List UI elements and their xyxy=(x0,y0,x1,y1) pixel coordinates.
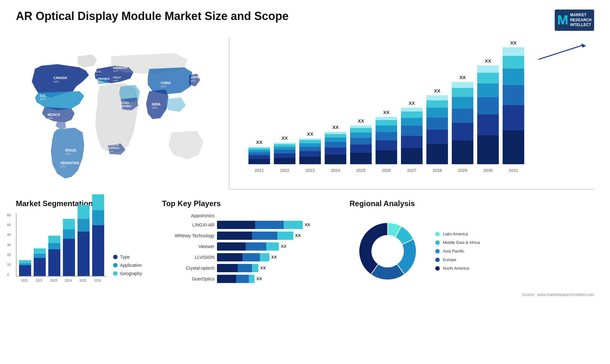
bar-group: XX xyxy=(248,139,270,164)
bar-segment xyxy=(477,73,499,84)
seg-bar-group xyxy=(63,219,75,276)
svg-text:xx%: xx% xyxy=(152,106,157,109)
svg-text:xx%: xx% xyxy=(60,165,66,168)
bar-stack xyxy=(274,143,295,164)
logo-m-icon: M xyxy=(557,13,568,27)
bar-segment xyxy=(248,159,270,164)
seg-bar-seg xyxy=(34,248,46,254)
seg-bar-seg xyxy=(19,263,31,266)
seg-y-axis: 6050403020100 xyxy=(7,213,11,277)
bar-segment xyxy=(503,56,524,69)
player-bar-segment xyxy=(252,264,258,272)
players-area: Top Key Players AppotronicsLINGXI-ARXXWh… xyxy=(162,199,340,297)
regional-legend-item: Europe xyxy=(435,257,480,262)
svg-text:xx%: xx% xyxy=(161,85,166,88)
map-label-germany: GERMANY xyxy=(113,66,128,70)
bar-segment xyxy=(350,153,372,164)
bar-segment xyxy=(401,126,423,136)
map-label-japan: JAPAN xyxy=(191,76,201,79)
regional-legend-item: Latin America xyxy=(435,232,480,236)
bar-group: XX xyxy=(325,125,346,164)
legend-dot xyxy=(113,271,118,276)
bar-stack xyxy=(477,65,499,164)
bar-group: XX xyxy=(452,75,473,164)
player-bar-segment xyxy=(217,264,238,272)
bar-year-label: 2024 xyxy=(325,168,346,173)
bar-year-label: 2028 xyxy=(426,168,448,173)
bar-year-label: 2031 xyxy=(503,168,524,173)
svg-text:xx%: xx% xyxy=(96,73,101,76)
bar-segment xyxy=(248,155,270,159)
bar-segment xyxy=(477,84,499,97)
bar-segment xyxy=(452,97,473,108)
bar-segment xyxy=(274,144,295,147)
player-bar xyxy=(217,264,258,272)
bar-segment xyxy=(325,134,346,138)
bar-segment xyxy=(325,142,346,147)
regional-dot xyxy=(435,249,440,253)
player-name: Whitney Technology xyxy=(162,233,214,238)
player-bar-wrap: XX xyxy=(217,253,277,261)
bar-year-label: 2021 xyxy=(248,168,270,173)
bar-segment xyxy=(299,157,321,164)
regional-legend-item: North America xyxy=(435,266,480,271)
donut-container: Latin AmericaMiddle East & AfricaAsia Pa… xyxy=(349,213,594,289)
player-bar-segment xyxy=(252,232,277,240)
svg-text:xx%: xx% xyxy=(191,79,196,82)
bar-group: XX xyxy=(401,100,423,164)
seg-legend: TypeApplicationGeography xyxy=(113,254,142,282)
bar-segment xyxy=(350,132,372,138)
player-name: LINGXI-AR xyxy=(162,222,214,227)
player-name: Appotronics xyxy=(162,213,214,218)
regional-dot xyxy=(435,240,440,245)
map-label-india: INDIA xyxy=(152,103,160,106)
bar-segment xyxy=(274,158,295,164)
regional-legend: Latin AmericaMiddle East & AfricaAsia Pa… xyxy=(435,232,480,271)
bar-segment xyxy=(325,148,346,155)
page-title: AR Optical Display Module Market Size an… xyxy=(16,10,288,23)
bar-stack xyxy=(299,138,321,164)
player-bar-segment xyxy=(217,242,246,251)
seg-bar-seg xyxy=(19,265,31,276)
segmentation-area: Market Segmentation 6050403020100 202120… xyxy=(16,199,152,297)
map-label-mexico: MEXICO xyxy=(48,113,60,117)
seg-bar-seg xyxy=(34,254,46,258)
bar-chart-area: XXXXXXXXXXXXXXXXXXXXXX 20212022202320242… xyxy=(229,37,594,190)
regional-dot xyxy=(435,232,440,236)
seg-bar-seg xyxy=(78,232,90,276)
seg-bar-group xyxy=(92,194,104,276)
bar-group: XX xyxy=(477,58,499,164)
map-label-us: U.S. xyxy=(40,94,46,98)
bar-segment xyxy=(503,105,524,130)
bar-stack xyxy=(426,95,448,164)
svg-text:xx%: xx% xyxy=(53,80,59,83)
map-label-spain: SPAIN xyxy=(98,84,106,87)
bar-segment xyxy=(401,118,423,126)
player-bar-segment xyxy=(217,275,236,283)
svg-text:AFRICA: AFRICA xyxy=(109,146,119,150)
bar-segment xyxy=(477,97,499,114)
bar-segment xyxy=(376,132,397,140)
bar-label-xx: XX xyxy=(281,135,288,141)
player-bar-segment xyxy=(249,275,254,283)
player-xx-label: XX xyxy=(281,244,286,249)
seg-bar-seg xyxy=(19,260,31,263)
regional-title: Regional Analysis xyxy=(349,199,594,208)
player-row: Whitney TechnologyXX xyxy=(162,232,340,240)
player-xx-label: XX xyxy=(256,276,262,281)
seg-bar-seg xyxy=(48,243,60,249)
player-row: Appotronics xyxy=(162,213,340,218)
svg-text:xx%: xx% xyxy=(113,79,118,82)
player-xx-label: XX xyxy=(305,222,310,227)
bar-segment xyxy=(426,100,448,108)
legend-dot xyxy=(113,255,118,259)
bar-segment xyxy=(477,135,499,164)
source-text: Source : www.marketresearchintellect.com xyxy=(349,293,594,297)
seg-bar-seg xyxy=(34,258,46,276)
seg-year-label: 2025 xyxy=(77,279,89,282)
player-xx-label: XX xyxy=(260,266,266,270)
map-label-china: CHINA xyxy=(161,81,171,85)
bar-group: XX xyxy=(299,131,321,164)
seg-legend-item: Type xyxy=(113,254,142,260)
player-row: Crystal-optechXX xyxy=(162,264,340,272)
